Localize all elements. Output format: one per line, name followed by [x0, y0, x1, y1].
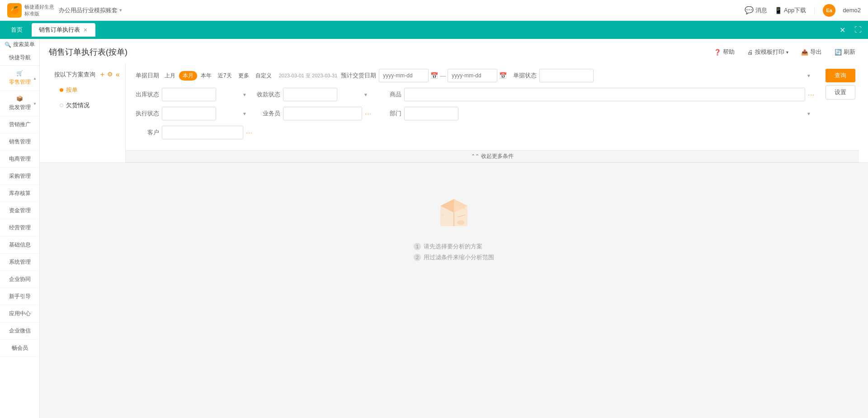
- message-button[interactable]: 💬 消息: [745, 6, 767, 14]
- tab-expand-button[interactable]: ⛶: [852, 25, 864, 35]
- nav-title[interactable]: 办公用品行业模拟账套 ▾: [59, 6, 122, 14]
- date-field-label: 单据日期: [133, 71, 159, 80]
- empty-tip-1: 1 请先选择要分析的方案: [414, 242, 494, 251]
- filter-row-1: 单据日期 上月 本月 本年 近7天 更多 自定义: [133, 69, 815, 82]
- dept-select-wrap: ▼: [404, 107, 815, 120]
- export-button[interactable]: 📤 导出: [797, 46, 826, 58]
- svg-point-9: [442, 214, 444, 216]
- delivery-date-end-input[interactable]: [448, 69, 497, 82]
- sidebar-item-operations[interactable]: 经营管理: [0, 219, 39, 237]
- scheme-item-by-order[interactable]: 按单: [49, 82, 125, 98]
- goods-more-icon[interactable]: ···: [808, 91, 815, 98]
- doc-status-chevron-icon: ▼: [807, 73, 811, 78]
- date-tab-this-year[interactable]: 本年: [198, 71, 214, 81]
- filter-action-buttons: 查询 设置: [822, 63, 859, 150]
- receipt-status-select[interactable]: [283, 88, 337, 101]
- user-name[interactable]: demo2: [843, 7, 861, 14]
- tab-home[interactable]: 首页: [4, 23, 30, 37]
- app-download-button[interactable]: 📱 App下载: [774, 6, 806, 14]
- dept-select[interactable]: [404, 107, 458, 120]
- settings-scheme-button[interactable]: ⚙: [107, 71, 113, 79]
- date-tab-custom[interactable]: 自定义: [253, 71, 274, 81]
- tab-close-icon[interactable]: ×: [83, 26, 88, 33]
- nav-divider: [814, 7, 815, 14]
- template-print-arrow-icon: ▾: [786, 50, 788, 55]
- calendar-start-icon[interactable]: 📅: [430, 72, 438, 79]
- sidebar-item-newbie[interactable]: 新手引导: [0, 288, 39, 305]
- empty-state-icon: [431, 190, 476, 235]
- doc-status-select-wrap: ▼: [539, 69, 815, 82]
- collapse-scheme-button[interactable]: «: [116, 71, 120, 79]
- sidebar-item-member[interactable]: 畅会员: [0, 340, 39, 357]
- exec-status-chevron-icon: ▼: [242, 111, 247, 116]
- sidebar-item-corpwechat[interactable]: 企业微信: [0, 323, 39, 340]
- sidebar-item-retail[interactable]: 🛒 零售管理: [0, 66, 39, 91]
- scheme-item-by-debt[interactable]: 欠货情况: [49, 98, 125, 113]
- sidebar-item-finance[interactable]: 资金管理: [0, 202, 39, 219]
- content-area: 销售订单执行表(按单) ❓ 帮助 🖨 按模板打印 ▾ 📤 导出: [40, 39, 868, 418]
- filter-row-3: 执行状态 ▼ 业务员: [133, 107, 815, 120]
- tab-bar-actions: ✕ ⛶: [837, 25, 868, 35]
- retail-icon: 🛒: [16, 70, 23, 76]
- filter-panel: 按以下方案查询 + ⚙ « 按单 欠货情况: [49, 63, 859, 162]
- date-tab-more[interactable]: 更多: [236, 71, 252, 81]
- goods-input[interactable]: [404, 88, 805, 101]
- out-status-label: 出库状态: [133, 90, 159, 99]
- date-tab-last-7[interactable]: 近7天: [215, 71, 235, 81]
- scheme-active-dot: [60, 88, 63, 92]
- exec-status-select[interactable]: [162, 107, 216, 120]
- sidebar-search-button[interactable]: 🔍 搜索菜单: [0, 39, 39, 50]
- tab-bar: 首页 销售订单执行表 × ✕ ⛶: [0, 21, 868, 39]
- tab-sales-exec[interactable]: 销售订单执行表 ×: [32, 23, 95, 37]
- sidebar-item-system[interactable]: 系统管理: [0, 254, 39, 271]
- collapse-conditions-bar[interactable]: ⌃⌃ 收起更多条件: [126, 150, 859, 162]
- sidebar-quick-nav[interactable]: 快捷导航: [0, 50, 39, 66]
- add-scheme-button[interactable]: +: [100, 71, 104, 79]
- out-status-select[interactable]: [162, 88, 216, 101]
- date-range-display: 2023-03-01 至 2023-03-31: [279, 72, 338, 79]
- calendar-end-icon[interactable]: 📅: [499, 72, 507, 79]
- help-button[interactable]: ❓ 帮助: [710, 46, 738, 58]
- sidebar-item-basic[interactable]: 基础信息: [0, 237, 39, 254]
- refresh-button[interactable]: 🔄 刷新: [831, 46, 859, 58]
- top-nav: 🍊 畅捷通好生意 标准版 办公用品行业模拟账套 ▾ 💬 消息 📱 App下载 E…: [0, 0, 868, 21]
- search-button[interactable]: 查询: [826, 69, 855, 82]
- sidebar-item-enterprise[interactable]: 企业协同: [0, 271, 39, 288]
- date-tabs: 上月 本月 本年 近7天 更多 自定义: [162, 71, 274, 81]
- sidebar-item-wholesale[interactable]: 📦 批发管理: [0, 91, 39, 116]
- filter-receipt-status-field: 收款状态 ▼: [254, 88, 372, 101]
- exec-status-label: 执行状态: [133, 109, 159, 118]
- sidebar-item-inventory[interactable]: 库存核算: [0, 185, 39, 202]
- salesman-more-icon[interactable]: ···: [365, 110, 372, 117]
- sidebar-item-purchase[interactable]: 采购管理: [0, 168, 39, 185]
- customer-more-icon[interactable]: ···: [246, 129, 253, 136]
- delivery-date-group: 📅 — 📅: [379, 69, 507, 82]
- date-tab-last-month[interactable]: 上月: [162, 71, 178, 81]
- filter-customer-field: 客户 ···: [133, 126, 253, 139]
- receipt-status-chevron-icon: ▼: [363, 92, 368, 97]
- filter-scheme-actions: + ⚙ «: [100, 71, 120, 79]
- dept-chevron-icon: ▼: [807, 111, 811, 116]
- top-nav-left: 🍊 畅捷通好生意 标准版 办公用品行业模拟账套 ▾: [7, 3, 122, 18]
- message-icon: 💬: [745, 6, 754, 14]
- tab-close-window-button[interactable]: ✕: [837, 25, 848, 35]
- filter-salesman-field: 业务员 ···: [254, 107, 372, 120]
- refresh-icon: 🔄: [835, 49, 842, 56]
- filter-scheme-title: 按以下方案查询 + ⚙ «: [49, 69, 125, 82]
- template-print-button[interactable]: 🖨 按模板打印 ▾: [744, 46, 792, 58]
- sidebar-item-appstore[interactable]: 应用中心: [0, 305, 39, 323]
- customer-input[interactable]: [162, 126, 243, 139]
- filter-form-with-buttons: 单据日期 上月 本月 本年 近7天 更多 自定义: [126, 63, 859, 150]
- delivery-date-start-input[interactable]: [379, 69, 429, 82]
- sidebar-item-ecommerce[interactable]: 电商管理: [0, 151, 39, 168]
- sidebar-item-marketing[interactable]: 营销推广: [0, 116, 39, 133]
- date-tab-this-month[interactable]: 本月: [179, 71, 197, 81]
- doc-status-select[interactable]: [539, 69, 594, 82]
- filter-delivery-date-field: 预计交货日期 📅 — 📅: [341, 69, 507, 82]
- settings-button[interactable]: 设置: [826, 85, 855, 100]
- sidebar-item-sales[interactable]: 销售管理: [0, 133, 39, 151]
- tip-2-num: 2: [414, 254, 421, 261]
- empty-tips: 1 请先选择要分析的方案 2 用过滤条件来缩小分析范围: [414, 242, 494, 261]
- salesman-input[interactable]: [283, 107, 362, 120]
- filter-exec-status-field: 执行状态 ▼: [133, 107, 250, 120]
